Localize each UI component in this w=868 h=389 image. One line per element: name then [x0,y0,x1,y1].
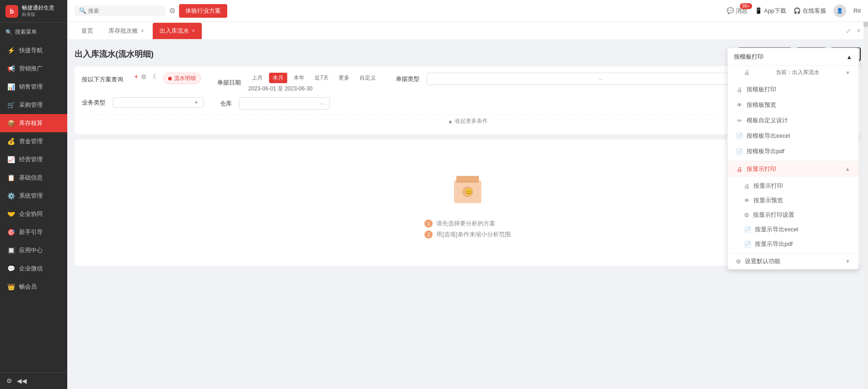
display-export-excel-btn[interactable]: 📄 按显示导出excel [728,222,858,237]
sidebar-item-label: 系统管理 [19,192,43,200]
template-print-label: 按模板打印 [747,85,776,94]
sidebar-item-corp[interactable]: 🤝 企业协同 [0,205,67,223]
warehouse-select[interactable]: ··· [239,97,330,110]
date-option-last7[interactable]: 近7天 [311,73,332,83]
sidebar-item-label: 基础信息 [19,174,43,182]
sidebar-item-purchase[interactable]: 🛒 采购管理 [0,96,67,114]
sidebar-search-area[interactable]: 🔍 搜索菜单 [0,23,67,41]
username-label[interactable]: Rit [853,7,861,14]
topbar-right: 💬 消息 99+ 📱 App下载 🎧 在线客服 👤 Rit [727,5,861,17]
topbar-search-input[interactable] [88,8,143,14]
excel-icon: 📄 [736,132,743,140]
footer-settings-icon: ⚙ [736,258,741,265]
display-section: 🖨 按显示打印 👁 按显示预览 ⚙ 按显示打印设置 📄 按显示导出excel 📄… [728,177,858,253]
dropdown-current: 🖨 当前：出入库流水 ▼ [728,66,858,80]
tab-flow[interactable]: 出入库流水 × [153,23,202,39]
app-label: App下载 [764,7,786,15]
topbar-search-box[interactable]: 🔍 [75,5,165,16]
display-print-settings-btn[interactable]: ⚙ 按显示打印设置 [728,208,858,222]
display-preview-btn[interactable]: 👁 按显示预览 [728,193,858,208]
date-option-this-month[interactable]: 本月 [269,73,287,83]
settings-bottom-btn[interactable]: ⚙ [6,377,12,384]
sidebar-item-label: 营销推广 [19,65,43,73]
sidebar-item-label: 企业协同 [19,210,43,218]
dropdown-collapse-icon[interactable]: ▲ [846,54,852,60]
filter-settings-btn[interactable]: ⚙ [141,73,147,80]
collapse-sidebar-btn[interactable]: ◀◀ [17,377,27,384]
date-option-last-month[interactable]: 上月 [248,73,266,83]
empty-steps: 1 请先选择要分析的方案 2 用[选项]条件来缩小分析范围 [424,219,510,239]
date-range-display: 2023-06-01 至 2023-06-30 [248,85,379,93]
filter-tag-item[interactable]: 流水明细 [163,73,201,84]
inventory-icon: 📦 [6,119,15,128]
filter-collapse-btn[interactable]: 《 [150,73,156,81]
tab-batch-close[interactable]: × [141,28,144,34]
display-export-excel-label: 按显示导出excel [755,225,798,234]
template-export-excel-btn[interactable]: 📄 按模板导出excel [728,128,858,144]
display-print-btn[interactable]: 🖨 按显示打印 [728,179,858,193]
step-1-text: 请先选择要分析的方案 [436,219,495,228]
message-badge: 99+ [740,3,752,9]
search-menu-btn[interactable]: 🔍 搜索菜单 [5,26,62,38]
sidebar-item-guide[interactable]: 🎯 新手引导 [0,223,67,241]
business-type-select[interactable]: ▼ [113,97,204,108]
dropdown-footer[interactable]: ⚙ 设置默认功能 ▼ [728,253,858,269]
sidebar-item-quicknav[interactable]: ⚡ 快捷导航 [0,41,67,60]
date-option-more[interactable]: 更多 [335,73,353,83]
dropdown-title: 按模板打印 [734,53,763,61]
user-avatar[interactable]: 👤 [833,5,846,17]
sidebar: b 畅捷通好生意 标准版 🔍 搜索菜单 ⚡ 快捷导航 📢 营销推广 📊 销售管理… [0,0,67,389]
sidebar-item-wechat[interactable]: 💬 企业微信 [0,259,67,278]
template-export-pdf-btn[interactable]: 📄 按模板导出pdf [728,144,858,159]
template-export-excel-label: 按模板导出excel [747,132,790,140]
app-download-btn[interactable]: 📱 App下载 [755,7,786,15]
topbar-gear-icon[interactable]: ⚙ [169,6,175,15]
date-filter-group: 单据日期 上月 本月 本年 近7天 更多 自定义 2023-06-01 至 20… [217,73,379,93]
sidebar-item-basic[interactable]: 📋 基础信息 [0,169,67,187]
sidebar-item-finance[interactable]: 💰 资金管理 [0,132,67,150]
display-export-pdf-btn[interactable]: 📄 按显示导出pdf [728,237,858,251]
sidebar-item-marketing[interactable]: 📢 营销推广 [0,60,67,78]
date-filter-label: 单据日期 [217,79,241,87]
message-btn[interactable]: 💬 消息 99+ [727,7,748,15]
business-type-label: 业务类型 [82,99,105,107]
template-print-btn[interactable]: 🖨 按模板打印 [728,82,858,97]
template-preview-btn[interactable]: 👁 按模板预览 [728,97,858,113]
maximize-icon[interactable]: ⤢ [846,27,851,35]
display-pdf-icon: 📄 [744,241,751,248]
window-close-icon[interactable]: × [857,27,861,35]
date-option-custom[interactable]: 自定义 [356,73,379,83]
display-preview-icon: 👁 [744,197,750,204]
tab-flow-close[interactable]: × [192,28,195,34]
sidebar-item-system[interactable]: ⚙️ 系统管理 [0,187,67,205]
template-icon: 🖨 [744,69,750,76]
sidebar-item-member[interactable]: 👑 畅会员 [0,278,67,296]
template-design-btn[interactable]: ✏ 模板自定义设计 [728,113,858,128]
tab-home[interactable]: 首页 [75,23,100,39]
main-area: 🔍 ⚙ 体验行业方案 💬 消息 99+ 📱 App下载 🎧 在线客服 👤 [67,0,868,389]
print-dropdown-panel: 按模板打印 ▲ 🖨 当前：出入库流水 ▼ 🖨 按模板打印 👁 按模板预览 ✏ 模… [727,48,859,269]
sidebar-item-sales[interactable]: 📊 销售管理 [0,78,67,96]
footer-arrow: ▼ [845,259,850,264]
sidebar-bottom: ⚙ ◀◀ [0,372,67,389]
svg-rect-1 [456,176,479,183]
online-service-btn[interactable]: 🎧 在线客服 [793,7,826,15]
design-icon: ✏ [736,117,743,124]
trial-btn[interactable]: 体验行业方案 [179,4,227,18]
sidebar-item-inventory[interactable]: 📦 库存核算 [0,114,67,132]
current-arrow[interactable]: ▼ [845,70,850,75]
filter-add-btn[interactable]: + [134,73,138,81]
display-export-pdf-label: 按显示导出pdf [755,240,793,248]
tab-batch[interactable]: 库存批次账 × [102,23,151,39]
date-option-this-year[interactable]: 本年 [290,73,308,83]
sidebar-item-operation[interactable]: 📈 经营管理 [0,150,67,169]
dropdown-header: 按模板打印 ▲ [728,48,858,66]
display-print-group-header[interactable]: 🖨 按显示打印 ▲ [728,161,858,177]
empty-step-1: 1 请先选择要分析的方案 [424,219,510,228]
display-print-icon: 🖨 [744,183,750,190]
collapse-arrow-icon: ▲ [448,118,453,125]
display-group-icon: 🖨 [736,165,743,173]
sidebar-item-appcenter[interactable]: 🔲 应用中心 [0,241,67,259]
business-type-group: 业务类型 ▼ [82,97,204,108]
basic-icon: 📋 [6,173,15,182]
